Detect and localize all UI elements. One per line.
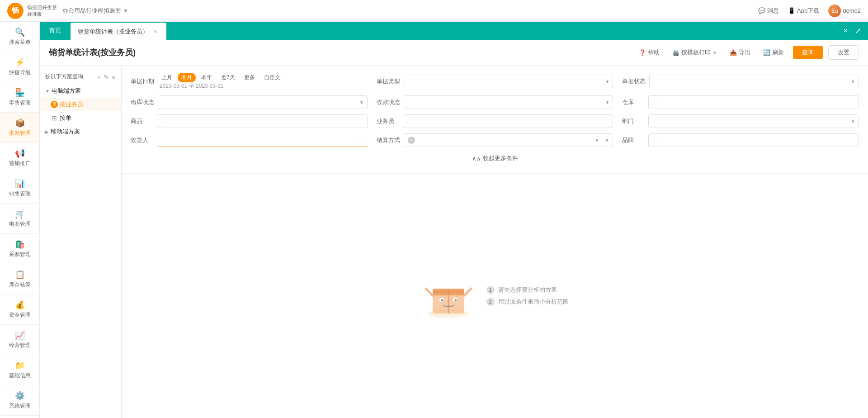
template-print-button[interactable]: 🖨️ 按模板打印 ▼	[669, 47, 721, 58]
window-close-button[interactable]: ×	[842, 25, 849, 37]
inventory-icon: 📋	[15, 270, 25, 280]
pc-scheme-expand-icon: ▼	[45, 89, 50, 94]
date-btn-last-month[interactable]: 上月	[158, 73, 176, 82]
receipt-status-select-wrapper	[404, 95, 613, 109]
collapse-button[interactable]: ∧∧ 收起更多条件	[472, 151, 518, 166]
export-button[interactable]: 📤 导出	[726, 47, 754, 58]
refresh-icon: 🔄	[763, 49, 770, 56]
content-area: 首页 销货单统计表（按业务员） × × ⤢ 销货单统计表(按业务员) ❓	[40, 22, 868, 418]
sidebar-item-system[interactable]: ⚙️ 系统管理	[0, 385, 39, 416]
tab-salesperson-report[interactable]: 销货单统计表（按业务员） ×	[71, 23, 166, 41]
settlement-input[interactable]: × ▼	[404, 133, 613, 147]
add-scheme-button[interactable]: +	[97, 73, 101, 81]
product-input[interactable]: ···	[157, 114, 368, 128]
collapse-panel-button[interactable]: «	[112, 73, 115, 81]
date-btn-more[interactable]: 更多	[241, 73, 259, 82]
date-range-display: 2023-03-01 至 2023-03-31	[160, 82, 368, 90]
page-actions: ❓ 帮助 🖨️ 按模板打印 ▼ 📤 导出 �	[635, 45, 859, 60]
department-select[interactable]	[648, 114, 859, 128]
breadcrumb-dropdown-icon[interactable]: ▼	[123, 8, 128, 14]
tab-home[interactable]: 首页	[40, 22, 71, 40]
pc-scheme-label: 电脑端方案	[52, 87, 81, 95]
out-status-select-wrapper	[158, 95, 368, 109]
svg-point-8	[454, 299, 457, 301]
sidebar-item-marketing[interactable]: 📢 营销推广	[0, 143, 39, 173]
consignee-input[interactable]	[157, 133, 368, 147]
window-expand-button[interactable]: ⤢	[853, 25, 863, 37]
main-panel: 销货单统计表(按业务员) ❓ 帮助 🖨️ 按模板打印 ▼ 📤	[40, 40, 868, 418]
query-button[interactable]: 查询	[793, 46, 823, 59]
sidebar-item-basic[interactable]: 📁 基础信息	[0, 355, 39, 385]
date-filter-buttons: 上月 本月 本年 近7天 更多 自定义	[158, 73, 368, 82]
breadcrumb[interactable]: 办公用品行业模拟账套 ▼	[62, 7, 128, 15]
collapse-row: ∧∧ 收起更多条件	[131, 151, 859, 166]
svg-line-9	[426, 289, 433, 295]
header-right: 💬 消息 📱 App下载 Ea demo2	[758, 5, 861, 17]
tree-item-mobile-scheme[interactable]: ▶ 移动端方案	[40, 125, 121, 138]
salesperson-input[interactable]: ···	[403, 114, 613, 128]
date-btn-this-year[interactable]: 本年	[198, 73, 216, 82]
user-area[interactable]: Ea demo2	[828, 5, 861, 17]
order-type-label: 单据类型	[377, 77, 400, 86]
sidebar-item-enterprise[interactable]: 🤝 企业协同	[0, 416, 39, 418]
sidebar-item-sales[interactable]: 📊 销售管理	[0, 173, 39, 204]
sidebar-item-operation[interactable]: 📈 经营管理	[0, 325, 39, 355]
sidebar-item-quick-nav[interactable]: ⚡ 快捷导航	[0, 52, 39, 82]
tree-item-byorder[interactable]: ⊞ 按单	[40, 111, 121, 125]
print-dropdown-icon[interactable]: ▼	[712, 50, 717, 55]
marketing-icon: 📢	[15, 148, 25, 158]
empty-state: 1 请先选择要分析的方案 2 用过滤条件来缩小分析范围	[122, 174, 868, 418]
date-btn-7days[interactable]: 近7天	[217, 73, 239, 82]
out-status-label: 出库状态	[131, 98, 154, 106]
left-panel-header: 按以下方案查询 + ✎ «	[40, 71, 121, 84]
sidebar-item-wholesale[interactable]: 📦 批发管理	[0, 113, 39, 143]
tree-item-salesperson[interactable]: 员 按业务员	[40, 98, 121, 111]
print-icon: 🖨️	[672, 49, 679, 56]
finance-icon: 💰	[15, 300, 25, 310]
sidebar: 🔍 搜索菜单 ⚡ 快捷导航 🏪 零售管理 📦 批发管理 📢 营销推广 📊 销售管…	[0, 22, 40, 418]
warehouse-label: 仓库	[622, 98, 645, 106]
sidebar-item-search[interactable]: 🔍 搜索菜单	[0, 22, 39, 52]
filter-item-out-status: 出库状态	[131, 95, 368, 109]
brand-label: 品牌	[622, 136, 645, 144]
receipt-status-select[interactable]	[404, 95, 613, 109]
settings-button[interactable]: 设置	[828, 45, 859, 60]
filter-item-consignee: 收货人 ···	[131, 133, 368, 147]
sales-icon: 📊	[15, 179, 25, 189]
settlement-clear-button[interactable]: ×	[408, 137, 415, 144]
refresh-button[interactable]: 🔄 刷新	[760, 47, 788, 58]
date-btn-this-month[interactable]: 本月	[178, 73, 196, 82]
empty-illustration-svg	[421, 268, 476, 323]
order-status-select-wrapper	[649, 75, 859, 88]
brand-dots-icon: ···	[652, 137, 657, 144]
message-button[interactable]: 💬 消息	[758, 7, 779, 15]
department-select-wrapper	[648, 114, 859, 128]
empty-tip-2: 2 用过滤条件来缩小分析范围	[486, 298, 569, 306]
salesperson-dots-icon: ···	[407, 118, 412, 125]
tree-item-pc-scheme[interactable]: ▼ 电脑端方案	[40, 84, 121, 98]
sidebar-item-purchase[interactable]: 🛍️ 采购管理	[0, 234, 39, 264]
tab-close-icon[interactable]: ×	[152, 28, 159, 35]
sidebar-item-ecommerce[interactable]: 🛒 电商管理	[0, 204, 39, 234]
out-status-select[interactable]	[158, 95, 368, 109]
edit-scheme-button[interactable]: ✎	[104, 73, 109, 81]
order-type-select[interactable]	[404, 75, 613, 88]
empty-tip-1: 1 请先选择要分析的方案	[486, 286, 569, 294]
tip-num-1: 1	[486, 286, 495, 294]
settlement-dropdown-icon: ▼	[604, 138, 609, 143]
sidebar-item-inventory[interactable]: 📋 库存核算	[0, 264, 39, 294]
svg-line-10	[464, 289, 471, 295]
sidebar-item-retail[interactable]: 🏪 零售管理	[0, 82, 39, 113]
filter-item-salesperson: 业务员 ···	[377, 114, 613, 128]
app-download-button[interactable]: 📱 App下载	[788, 7, 819, 15]
warehouse-input[interactable]: ···	[648, 95, 859, 109]
mobile-scheme-expand-icon: ▶	[45, 129, 49, 134]
tab-bar: 首页 销货单统计表（按业务员） × × ⤢	[40, 22, 868, 40]
order-status-select[interactable]	[649, 75, 859, 88]
main-with-sidebar: 按以下方案查询 + ✎ « ▼ 电脑端方案	[40, 66, 868, 418]
logo-text: 畅捷通好生意 标准版	[27, 4, 57, 17]
date-btn-custom[interactable]: 自定义	[260, 73, 284, 82]
brand-input[interactable]: ···	[648, 133, 859, 147]
help-button[interactable]: ❓ 帮助	[635, 47, 663, 58]
sidebar-item-finance[interactable]: 💰 资金管理	[0, 294, 39, 325]
